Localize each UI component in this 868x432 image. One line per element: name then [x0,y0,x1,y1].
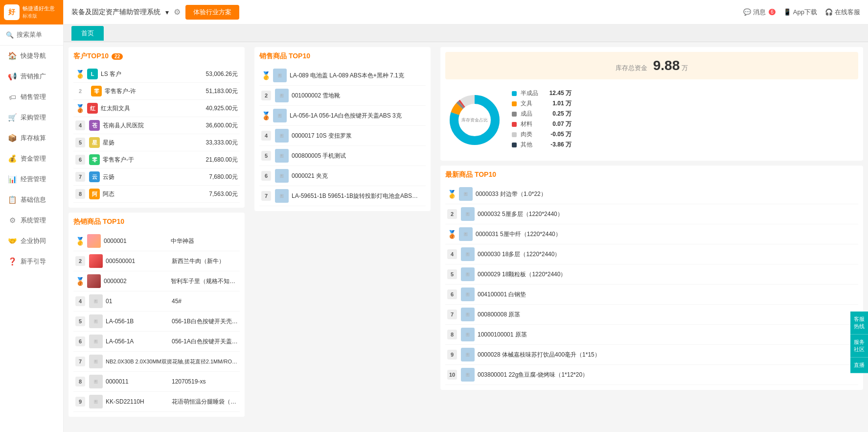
medal-icon: 🥉 [75,277,85,286]
rank-num: 4 [75,296,85,306]
online-service-button[interactable]: 🎧 在线客服 [825,8,860,17]
sidebar-item-finance[interactable]: 💰 资金管理 [0,148,63,169]
customer-name: 云扬 [103,173,205,181]
inventory-total-box: 库存总资金 9.88 万 [445,52,858,79]
sidebar-item-label: 资金管理 [21,154,46,163]
legend-color-dot [512,101,517,106]
product-code: LA-056-1A [106,338,172,345]
float-live-button[interactable]: 直播 [850,358,868,373]
product-info: 0000021 夹克 [292,172,424,180]
product-image: 图 [461,348,475,361]
hot-products-panel: 热销商品 TOP10 🥇 0000001 中华神器 2 000500001 新西… [69,213,245,417]
medal-icon: 🥉 [447,230,457,239]
sidebar-item-guide[interactable]: ❓ 新手引导 [0,251,63,272]
table-row: 6 图 004100001 白钢垫 [445,285,858,305]
settings-icon[interactable]: ⚙ [174,7,181,17]
table-row: 4 苍 苍南县人民医院 36,600.00元 [73,117,240,134]
customer-name: 零售客户-许 [105,87,202,96]
app-download-button[interactable]: 📱 App下载 [783,8,817,17]
avatar: 苍 [89,120,100,131]
sidebar-item-label: 经营管理 [21,175,46,184]
sidebar-item-inventory[interactable]: 📦 库存核算 [0,128,63,148]
sidebar-item-enterprise[interactable]: 🤝 企业协同 [0,231,63,251]
donut-chart: 库存资金占比 [445,91,504,149]
product-info: 001000002 雪地靴 [292,92,424,100]
sales-product-panel: 销售商品 TOP10 🥇 图 LA-089 电池盖 LA-089 ABS本色+黑… [254,47,431,211]
sidebar-item-sales[interactable]: 🏷 销售管理 [0,87,63,107]
sidebar-item-basic[interactable]: 📋 基础信息 [0,190,63,210]
table-row: 🥇 0000001 中华神器 [73,231,240,251]
customer-value: 21,680.00元 [206,156,238,164]
legend-item: 肉类 -0.05 万 [512,130,571,139]
table-row: 4 图 0000030 18多层（1220*2440） [445,244,858,264]
inventory-amount: 9.88 [653,58,680,73]
product-image: 图 [275,89,289,102]
product-image: 图 [89,314,103,328]
product-info: 000800005 手机测试 [292,152,424,160]
sidebar-item-system[interactable]: ⚙ 系统管理 [0,210,63,231]
product-info: LA-056-1A 056-1A白色按键开关盖ABS 3克 [290,112,424,120]
sidebar-item-marketing[interactable]: 📢 营销推广 [0,66,63,87]
sidebar-item-quick-nav[interactable]: 🏠 快捷导航 [0,46,63,66]
sidebar-search-section[interactable]: 🔍 搜索菜单 [0,24,63,46]
product-image: 图 [461,247,475,261]
sidebar-logo: 好 畅捷通好生意 标准版 [0,0,63,24]
table-row: 7 云 云扬 7,680.00元 [73,168,240,186]
mobile-icon: 📱 [783,8,791,16]
headset-icon: 🎧 [825,8,833,16]
sidebar-item-label: 企业协同 [21,237,46,245]
product-image [87,274,101,288]
customer-value: 36,600.00元 [206,121,238,130]
legend-item: 材料 0.07 万 [512,120,571,128]
table-row: 🥉 图 LA-056-1A 056-1A白色按键开关盖ABS 3克 [259,106,426,126]
search-menu-button[interactable]: 🔍 搜索菜单 [4,28,59,41]
inventory-chart-section: 库存资金占比 半成品 12.45 万 文具 1.01 万 [445,84,858,156]
notifications-button[interactable]: 💬 消息 6 [743,8,776,17]
rank-num: 5 [261,151,271,161]
product-name: 45# [172,298,238,305]
sidebar-item-label: 库存核算 [21,134,46,143]
medal-icon: 🥇 [75,237,85,246]
trial-button[interactable]: 体验行业方案 [185,5,239,20]
legend-color-dot [512,122,517,127]
customer-name: 红太阳文具 [101,104,202,113]
product-image: 图 [461,207,475,221]
float-buttons: 客服热线 服务社区 直播 [850,312,868,373]
rank-num: 4 [447,249,457,259]
customer-top10-title-text: 客户TOP10 [73,52,109,61]
sidebar-item-purchase[interactable]: 🛒 采购管理 [0,107,63,128]
rank-num: 5 [75,138,85,147]
table-row: 8 图 0000011 12070519-xs [73,372,240,392]
product-code: 0000002 [104,278,171,285]
float-service-community-button[interactable]: 服务社区 [850,335,868,358]
rank-num: 7 [75,357,85,366]
medal-icon: 🥉 [75,104,85,113]
customer-badge: 22 [112,53,123,60]
medal-icon: 🥉 [261,111,271,120]
table-row: 8 图 10000100001 原茎 [445,325,858,345]
product-name: 12070519-xs [172,378,238,385]
legend-color-dot [512,112,517,117]
system-title: 装备及固定资产辅助管理系统 [71,8,160,17]
legend-color-dot [512,91,517,96]
float-customer-service-button[interactable]: 客服热线 [850,312,868,335]
product-info: LA-59651-1B 59651-1B旋转投影灯电池盒ABS黑色+58克 [292,192,424,200]
product-image: 图 [461,288,475,301]
table-row: 6 图 0000021 夹克 [259,166,426,186]
customer-value: 40,925.00元 [206,104,238,113]
table-row: 10 图 003800001 22g鱼豆腐-烧烤味（1*12*20） [445,365,858,385]
legend-item: 半成品 12.45 万 [512,89,571,97]
product-image [89,254,103,268]
middle-column: 销售商品 TOP10 🥇 图 LA-089 电池盖 LA-089 ABS本色+黑… [250,42,435,432]
customer-value: 53,006.26元 [206,70,238,78]
table-row: 9 图 0000028 体械嘉枝味苏打饮品400毫升（1*15） [445,345,858,365]
sidebar-item-operations[interactable]: 📊 经营管理 [0,169,63,190]
product-image: 图 [275,189,289,203]
product-info: 004100001 白钢垫 [478,290,856,299]
avatar: 零 [91,86,102,96]
left-column: 客户TOP10 22 🥇 L LS 客户 53,006.26元 2 零 [64,42,250,432]
table-row: 5 图 0000029 18颗粒板（1220*2440） [445,264,858,285]
home-tab[interactable]: 首页 [71,26,104,41]
rank-num: 6 [447,289,457,299]
sales-icon: 🏷 [8,93,17,101]
